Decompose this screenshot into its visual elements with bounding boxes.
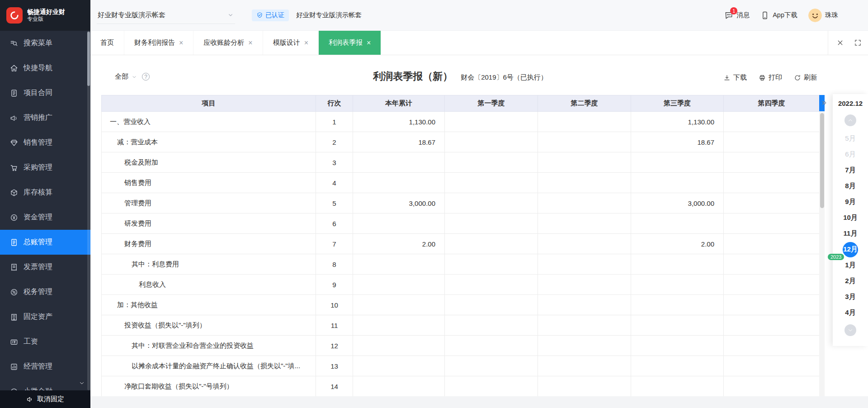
sidebar-item-invoice[interactable]: 发票管理 — [0, 255, 90, 280]
month-item-3[interactable]: 7月 — [833, 162, 868, 178]
sidebar-item-sales[interactable]: 销售管理 — [0, 130, 90, 155]
tab-0[interactable]: 首页 — [90, 31, 124, 55]
sidebar-item-label: 快捷导航 — [24, 63, 52, 73]
sidebar-scroll-down-icon[interactable] — [79, 380, 85, 388]
sidebar-item-label: 营销推广 — [24, 113, 52, 123]
cell-value — [631, 152, 724, 173]
print-button[interactable]: 打印 — [759, 73, 782, 82]
month-item-2[interactable]: 6月 — [833, 147, 868, 162]
table-row[interactable]: 一、营业收入11,130.001,130.00 — [102, 112, 820, 132]
month-item-11[interactable]: 3月 — [833, 289, 868, 305]
cell-line: 7 — [316, 234, 353, 254]
tab-list: 首页财务利润报告×应收账龄分析×模版设计×利润表季报× — [90, 31, 381, 55]
tab-close-icon[interactable]: × — [304, 39, 308, 47]
table-row[interactable]: 以摊余成本计量的金融资产终止确认收益（损失以"-"填...13 — [102, 356, 820, 376]
sidebar-item-search[interactable]: 搜索菜单 — [0, 31, 90, 56]
tab-3[interactable]: 模版设计× — [263, 31, 319, 55]
month-label: 4月 — [845, 308, 855, 317]
tab-close-icon[interactable]: × — [248, 39, 252, 47]
table-row[interactable]: 其中：利息费用8 — [102, 254, 820, 275]
sidebar-item-assets[interactable]: 固定资产 — [0, 304, 90, 329]
column-header: 第三季度 — [631, 95, 724, 112]
sidebar-item-micro[interactable]: 小微金融 — [0, 379, 90, 390]
month-label: 9月 — [845, 198, 855, 206]
table-row[interactable]: 管理费用53,000.003,000.00 — [102, 193, 820, 213]
month-item-5[interactable]: 9月 — [833, 194, 868, 210]
cell-line: 3 — [316, 152, 353, 173]
sidebar-item-ledger[interactable]: 总账管理 — [0, 230, 90, 255]
table-row[interactable]: 净敞口套期收益（损失以"-"号填列）14 — [102, 376, 820, 397]
table-row[interactable]: 税金及附加3 — [102, 152, 820, 173]
topbar-right: 1 消息 App下载 珠珠 — [724, 9, 868, 22]
fullscreen-icon[interactable] — [854, 39, 862, 47]
month-item-12[interactable]: 4月 — [833, 305, 868, 321]
sidebar-item-payroll[interactable]: 工资 — [0, 329, 90, 354]
tab-4[interactable]: 利润表季报× — [319, 31, 381, 55]
month-item-6[interactable]: 10月 — [833, 210, 868, 226]
period-scroll-down-icon[interactable] — [844, 324, 856, 336]
brand-icon — [6, 7, 23, 24]
cell-value — [538, 152, 631, 173]
table-row[interactable]: 销售费用4 — [102, 173, 820, 193]
table-row[interactable]: 财务费用72.002.00 — [102, 234, 820, 254]
sidebar-item-nav[interactable]: 快捷导航 — [0, 56, 90, 81]
cell-value — [445, 173, 538, 193]
table-scrollbar-thumb[interactable] — [820, 113, 824, 208]
refresh-button[interactable]: 刷新 — [794, 73, 817, 82]
sidebar-item-contract[interactable]: 项目合同 — [0, 81, 90, 105]
table-row[interactable]: 加：其他收益10 — [102, 295, 820, 315]
sidebar-item-promo[interactable]: 营销推广 — [0, 105, 90, 130]
messages-button[interactable]: 1 消息 — [724, 11, 750, 20]
table-row[interactable]: 其中：对联营企业和合营企业的投资收益12 — [102, 336, 820, 356]
tab-2[interactable]: 应收账龄分析× — [193, 31, 263, 55]
tab-close-icon[interactable]: × — [367, 39, 371, 47]
download-button[interactable]: 下载 — [723, 73, 747, 82]
brand-edition: 专业版 — [27, 16, 65, 23]
close-all-icon[interactable] — [836, 39, 844, 47]
user-menu[interactable]: 珠珠 — [808, 9, 838, 22]
table-row[interactable]: 研发费用6 — [102, 213, 820, 234]
download-icon — [723, 74, 731, 81]
tab-1[interactable]: 财务利润报告× — [124, 31, 193, 55]
sidebar-menu: 搜索菜单快捷导航项目合同营销推广销售管理采购管理库存核算资金管理总账管理发票管理… — [0, 31, 90, 390]
tab-bar: 首页财务利润报告×应收账龄分析×模版设计×利润表季报× — [90, 31, 868, 55]
month-item-1[interactable]: 5月 — [833, 131, 868, 147]
cell-value — [631, 275, 724, 295]
cell-value — [445, 376, 538, 397]
table-scrollbar[interactable] — [819, 95, 825, 396]
table-row[interactable]: 投资收益（损失以"-"填列）11 — [102, 315, 820, 336]
cell-value — [724, 315, 820, 336]
cell-value — [445, 193, 538, 213]
tabbar-tools — [828, 31, 868, 55]
app-window: 畅捷通好业财 专业版 搜索菜单快捷导航项目合同营销推广销售管理采购管理库存核算资… — [0, 0, 868, 408]
sidebar-item-funds[interactable]: 资金管理 — [0, 205, 90, 230]
table-row[interactable]: 减：营业成本218.6718.67 — [102, 132, 820, 152]
sidebar-scrollbar-thumb[interactable] — [87, 32, 90, 86]
sidebar-scrollbar[interactable] — [87, 31, 90, 390]
unpin-button[interactable]: 取消固定 — [0, 390, 90, 408]
sidebar-item-tax[interactable]: 税务管理 — [0, 280, 90, 304]
account-book-select[interactable]: 好业财专业版演示帐套 — [97, 7, 235, 24]
period-scroll-up-icon[interactable] — [844, 114, 856, 126]
period-panel-collapse-icon[interactable]: » — [822, 98, 826, 107]
certified-badge: 已认证 — [252, 9, 289, 21]
cell-value: 18.67 — [353, 132, 445, 152]
cell-value — [353, 173, 445, 193]
sidebar-item-purchase[interactable]: 采购管理 — [0, 155, 90, 180]
app-download-button[interactable]: App下载 — [760, 11, 797, 20]
column-header: 第四季度 — [724, 95, 820, 112]
month-item-9[interactable]: 20231月 — [833, 257, 868, 273]
cell-line: 1 — [316, 112, 353, 132]
sidebar-item-business[interactable]: 经营管理 — [0, 354, 90, 379]
month-item-4[interactable]: 8月 — [833, 178, 868, 194]
tab-close-icon[interactable]: × — [179, 39, 183, 47]
month-item-10[interactable]: 2月 — [833, 273, 868, 289]
month-item-7[interactable]: 11月 — [833, 226, 868, 242]
sidebar-item-inventory[interactable]: 库存核算 — [0, 180, 90, 205]
tab-label: 利润表季报 — [329, 38, 363, 47]
account-book-name: 好业财专业版演示帐套 — [296, 11, 362, 19]
table-row[interactable]: 利息收入9 — [102, 275, 820, 295]
cell-value — [445, 152, 538, 173]
cell-value — [538, 213, 631, 234]
cell-value — [631, 376, 724, 397]
